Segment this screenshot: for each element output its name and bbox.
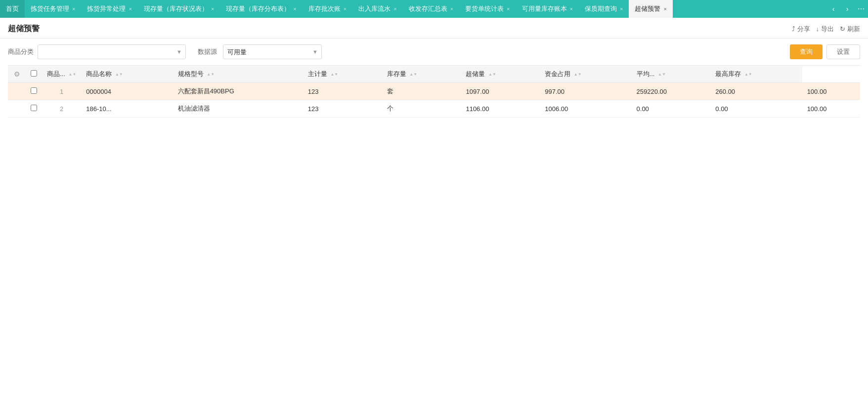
nav-task-mgmt[interactable]: 拣货任务管理 × <box>25 0 81 18</box>
page-header: 超储预警 ⤴ 分享 ↓ 导出 ↻ 刷新 <box>0 18 868 39</box>
row-max-stock: 100.00 <box>802 100 860 118</box>
product-category-filter: 商品分类 ▼ <box>8 44 186 59</box>
over-stock-header[interactable]: 超储量 ▲▼ <box>461 66 540 83</box>
close-icon[interactable]: × <box>211 0 214 18</box>
sort-icon: ▲▼ <box>744 73 752 77</box>
data-table: ⚙ 商品... ▲▼ 商品名称 ▲▼ 规格型号 ▲▼ <box>8 65 860 118</box>
page-title: 超储预警 <box>8 24 40 34</box>
unit-header[interactable]: 主计量 ▲▼ <box>303 66 382 83</box>
row-gear-cell <box>8 83 26 100</box>
close-icon[interactable]: × <box>450 0 453 18</box>
table-row: 1 0000004 六配套新昌490BPG 123 套 1097.00 997.… <box>8 83 860 100</box>
nav-overstock-warning[interactable]: 超储预警 × <box>629 0 672 18</box>
row-product-code: 186-10... <box>81 100 173 118</box>
row-product-code: 0000004 <box>81 83 173 100</box>
row-product-name: 六配套新昌490BPG <box>173 83 303 100</box>
row-number: 1 <box>42 83 81 100</box>
close-icon[interactable]: × <box>663 0 666 18</box>
nav-shelf-life[interactable]: 保质期查询 × <box>579 0 629 18</box>
nav-home[interactable]: 首页 <box>0 0 25 18</box>
gear-icon[interactable]: ⚙ <box>14 70 20 78</box>
row-avg: 0.00 <box>710 100 802 118</box>
datasource-label: 数据源 <box>198 47 217 56</box>
product-category-label: 商品分类 <box>8 47 34 56</box>
row-number: 2 <box>42 100 81 118</box>
close-icon[interactable]: × <box>72 0 75 18</box>
close-icon[interactable]: × <box>507 0 510 18</box>
row-stock: 1106.00 <box>461 100 540 118</box>
row-spec: 123 <box>303 100 382 118</box>
row-capital: 0.00 <box>632 100 711 118</box>
row-stock: 1097.00 <box>461 83 540 100</box>
row-unit: 个 <box>382 100 461 118</box>
close-icon[interactable]: × <box>620 0 623 18</box>
export-icon: ↓ <box>816 25 820 33</box>
sort-icon: ▲▼ <box>68 73 76 77</box>
filter-area: 商品分类 ▼ 数据源 可用量 ▼ 查询 设置 <box>0 39 868 65</box>
query-button[interactable]: 查询 <box>790 44 823 59</box>
sort-icon: ▲▼ <box>409 73 417 77</box>
nav-collect-summary[interactable]: 收发存汇总表 × <box>403 0 459 18</box>
export-button[interactable]: ↓ 导出 <box>816 25 834 34</box>
row-checkbox-cell <box>26 100 42 118</box>
datasource-filter: 数据源 可用量 ▼ <box>198 44 322 59</box>
close-icon[interactable]: × <box>344 0 347 18</box>
sort-icon: ▲▼ <box>115 73 123 77</box>
page-wrapper: 超储预警 ⤴ 分享 ↓ 导出 ↻ 刷新 商品分类 ▼ <box>0 18 868 395</box>
row-max-stock: 100.00 <box>802 83 860 100</box>
nav-abnormal[interactable]: 拣货异常处理 × <box>81 0 137 18</box>
product-code-header[interactable]: 商品... ▲▼ <box>42 66 81 83</box>
row-over-stock: 1006.00 <box>540 100 631 118</box>
row-spec: 123 <box>303 83 382 100</box>
header-actions: ⤴ 分享 ↓ 导出 ↻ 刷新 <box>792 25 861 34</box>
avg-header[interactable]: 平均... ▲▼ <box>632 66 711 83</box>
row-checkbox[interactable] <box>31 105 37 111</box>
close-icon[interactable]: × <box>570 0 573 18</box>
row-over-stock: 997.00 <box>540 83 631 100</box>
sort-icon: ▲▼ <box>488 73 496 77</box>
table-row: 2 186-10... 机油滤清器 123 个 1106.00 1006.00 … <box>8 100 860 118</box>
nav-prev-button[interactable]: ‹ <box>826 0 840 18</box>
product-category-select-wrap: ▼ <box>38 44 186 59</box>
sort-icon: ▲▼ <box>574 73 582 77</box>
nav-next-button[interactable]: › <box>840 0 854 18</box>
spec-header[interactable]: 规格型号 ▲▼ <box>173 66 303 83</box>
row-unit: 套 <box>382 83 461 100</box>
nav-inventory-status[interactable]: 现存量（库存状况表） × <box>138 0 220 18</box>
stock-header[interactable]: 库存量 ▲▼ <box>382 66 461 83</box>
datasource-select[interactable]: 可用量 <box>223 44 322 59</box>
close-icon[interactable]: × <box>129 0 131 18</box>
checkbox-column-header <box>26 66 42 83</box>
refresh-button[interactable]: ↻ 刷新 <box>840 25 860 34</box>
max-stock-header[interactable]: 最高库存 ▲▼ <box>710 66 802 83</box>
select-all-checkbox[interactable] <box>31 70 37 77</box>
nav-more-button[interactable]: ⋯ <box>854 0 868 18</box>
settings-button[interactable]: 设置 <box>826 44 860 59</box>
row-capital: 259220.00 <box>632 83 711 100</box>
share-icon: ⤴ <box>792 25 795 33</box>
nav-inout-flow[interactable]: 出入库流水 × <box>352 0 402 18</box>
sort-icon: ▲▼ <box>658 73 666 77</box>
row-product-name: 机油滤清器 <box>173 100 303 118</box>
row-gear-cell <box>8 100 26 118</box>
product-category-select[interactable] <box>38 44 186 59</box>
nav-available-account[interactable]: 可用量库存账本 × <box>516 0 579 18</box>
top-nav: 首页 拣货任务管理 × 拣货异常处理 × 现存量（库存状况表） × 现存量（库存… <box>0 0 868 18</box>
capital-header[interactable]: 资金占用 ▲▼ <box>540 66 631 83</box>
datasource-select-wrap: 可用量 ▼ <box>223 44 322 59</box>
close-icon[interactable]: × <box>293 0 296 18</box>
gear-column-header: ⚙ <box>8 66 26 83</box>
sort-icon: ▲▼ <box>330 73 338 77</box>
nav-batch-account[interactable]: 库存批次账 × <box>303 0 352 18</box>
nav-demand-stats[interactable]: 要货单统计表 × <box>459 0 516 18</box>
row-checkbox-cell <box>26 83 42 100</box>
close-icon[interactable]: × <box>393 0 396 18</box>
sort-icon: ▲▼ <box>207 73 215 77</box>
table-container: ⚙ 商品... ▲▼ 商品名称 ▲▼ 规格型号 ▲▼ <box>0 65 868 118</box>
row-checkbox[interactable] <box>31 87 37 94</box>
nav-arrows: ‹ › ⋯ <box>826 0 868 18</box>
share-button[interactable]: ⤴ 分享 <box>792 25 810 34</box>
nav-inventory-dist[interactable]: 现存量（库存分布表） × <box>220 0 302 18</box>
table-header-row: ⚙ 商品... ▲▼ 商品名称 ▲▼ 规格型号 ▲▼ <box>8 66 860 83</box>
product-name-header[interactable]: 商品名称 ▲▼ <box>81 66 173 83</box>
